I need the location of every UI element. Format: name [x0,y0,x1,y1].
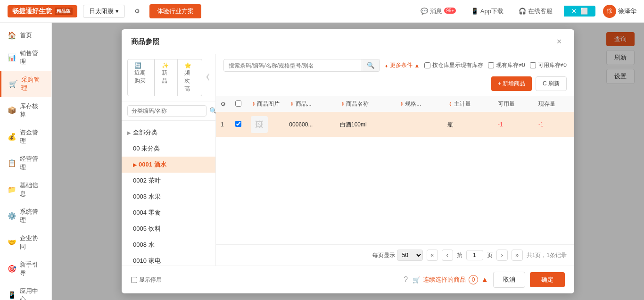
sidebar-item-enterprise[interactable]: 🤝 企业协同 [0,229,51,256]
cat-item-0010[interactable]: 0010 家电 [122,253,215,266]
nav-selector[interactable]: 日太阳膜 ▾ [83,5,125,18]
tab-new-label: 新品 [162,69,167,84]
sidebar-item-inventory[interactable]: 📦 库存核算 [0,97,51,124]
home-icon: 🏠 [8,31,16,40]
filter-label: 更多条件 [390,61,413,69]
collapse-panel-btn[interactable]: 《 [202,73,210,83]
sidebar-item-label: 经营管理 [20,155,44,172]
app-download-label: App下载 [480,7,504,16]
product-search-btn[interactable]: 🔍 [362,59,380,71]
sidebar-item-guide[interactable]: 🎯 新手引导 [0,256,51,282]
customer-service-btn[interactable]: 🎧 在线客服 [515,5,556,17]
last-page-btn[interactable]: » [512,250,523,261]
table-body: 1 🖼 [216,112,574,137]
system-icon: ⚙️ [8,212,16,220]
filter-btn[interactable]: ⬧ 更多条件 ▲ [385,61,420,69]
app-download-btn[interactable]: 📱 App下载 [467,5,507,17]
confirm-btn[interactable]: 确定 [530,272,565,287]
cat-item-0004[interactable]: 0004 零食 [122,205,215,221]
cat-item-0003[interactable]: 0003 水果 [122,189,215,205]
product-search-input[interactable] [224,60,362,71]
cart-collapse-icon[interactable]: ▲ [481,275,488,284]
checkbox-warehouse[interactable] [424,62,430,68]
first-page-btn[interactable]: « [427,250,438,261]
refresh-product-btn[interactable]: C 刷新 [536,76,567,91]
inventory-icon: 📦 [8,106,16,115]
modal-title: 商品参照 [131,37,159,46]
row-index: 1 [216,112,231,137]
logo: 畅捷通好生意 精品版 [8,5,77,17]
category-tabs: 🔄 近期购买 ✨ 新品 ⭐ 频次高 [127,59,202,96]
sidebar-item-label: 销售管理 [20,49,44,66]
prev-page-btn[interactable]: ‹ [442,250,453,261]
checkbox-usable-wrap[interactable]: 可用库存≠0 [530,61,567,69]
th-select-all[interactable] [231,96,246,112]
sidebar-item-basic[interactable]: 📁 基础信息 [0,176,51,203]
modal-close-btn[interactable]: × [553,36,565,47]
apps-icon: 📱 [8,291,16,300]
cat-item-00[interactable]: 00 未分类 [122,141,215,157]
checkbox-available[interactable] [488,62,494,68]
cart-label: 连续选择的商品 [423,275,466,284]
sidebar-item-finance[interactable]: 💰 资金管理 [0,124,51,150]
category-list: ▶ 全部分类 00 未分类 ▶ 0001 酒水 0002 [122,121,215,266]
messages-btn[interactable]: 💬 消息 99+ [417,5,459,17]
tab-frequent[interactable]: ⭐ 频次高 [177,59,202,96]
help-icon[interactable]: ? [404,275,408,284]
sidebar-item-label: 首页 [20,31,32,40]
select-all-checkbox[interactable] [235,100,241,107]
messages-label: 消息 [430,7,442,16]
user-info: 徐 徐泽华 [603,5,636,18]
cat-item-0005[interactable]: 0005 饮料 [122,221,215,237]
show-disabled-checkbox[interactable] [131,277,137,283]
settings-nav-btn[interactable]: ⚙ [131,6,144,17]
category-search-input[interactable] [127,105,206,117]
checkbox-warehouse-wrap[interactable]: 按仓库显示现有库存 [424,61,483,69]
cat-item-all[interactable]: ▶ 全部分类 [122,125,215,141]
cat-item-0001[interactable]: ▶ 0001 酒水 [122,157,215,173]
cat-item-label: 全部分类 [133,128,157,137]
table-head: ⚙ ⇕ 商品图片 [216,96,574,112]
checkbox-usable[interactable] [530,62,536,68]
page-size-dropdown[interactable]: 10 20 50 100 [397,250,423,261]
cart-wrap: 🛒 连续选择的商品 0 ▲ [413,275,488,284]
expand-icon[interactable]: ⬜ [580,8,588,15]
next-page-btn[interactable]: › [496,250,508,261]
cat-item-label: 0010 家电 [133,257,161,265]
checkbox-available-wrap[interactable]: 现有库存≠0 [488,61,525,69]
operations-icon: 📋 [8,159,16,167]
show-disabled-wrap[interactable]: 显示停用 [131,276,162,284]
tab-new[interactable]: ✨ 新品 [155,59,177,96]
cat-item-0008[interactable]: 0008 水 [122,237,215,253]
sidebar-item-apps[interactable]: 📱 应用中心 [0,282,51,300]
row-name: 白酒100ml [335,112,394,137]
sidebar-item-home[interactable]: 🏠 首页 [0,26,51,44]
table-row[interactable]: 1 🖼 [216,112,574,137]
filter-icon: ⬧ [385,62,388,69]
sidebar-item-purchase[interactable]: 🛒 采购管理 [0,71,51,97]
sidebar-item-operations[interactable]: 📋 经营管理 [0,150,51,176]
category-search-icon[interactable]: 🔍 [209,107,216,115]
sidebar-item-sales[interactable]: 📊 销售管理 [0,44,51,71]
tab-recent[interactable]: 🔄 近期购买 [127,59,155,96]
close-icon-teal[interactable]: ✕ [571,8,577,15]
cancel-btn[interactable]: 取消 [493,272,525,288]
row-checkbox[interactable] [235,121,241,127]
sidebar: 🏠 首页 📊 销售管理 🛒 采购管理 📦 库存核算 💰 资金管理 📋 经营管理 … [0,23,52,300]
sidebar-item-label: 应用中心 [20,287,44,300]
table-settings-icon[interactable]: ⚙ [221,101,226,108]
row-checkbox-cell[interactable] [231,112,246,137]
sort-icon: ⇕ [341,101,345,107]
sidebar-item-system[interactable]: ⚙️ 系统管理 [0,203,51,229]
sidebar-item-label: 基础信息 [20,181,44,198]
nav-right: 💬 消息 99+ 📱 App下载 🎧 在线客服 ✕ ⬜ 徐 徐泽华 [417,5,636,18]
add-product-btn[interactable]: + 新增商品 [491,76,532,91]
page-input[interactable] [466,250,483,260]
cat-item-0002[interactable]: 0002 茶叶 [122,173,215,189]
toolbar-right: + 新增商品 C 刷新 [491,76,567,91]
cart-count: 0 [469,275,478,284]
trial-btn[interactable]: 体验行业方案 [149,4,201,18]
sidebar-item-label: 资金管理 [20,128,44,145]
pagination-bar: 每页显示 10 20 50 100 « ‹ 第 [216,244,574,266]
th-code: ⇕ 商品... [284,96,335,112]
